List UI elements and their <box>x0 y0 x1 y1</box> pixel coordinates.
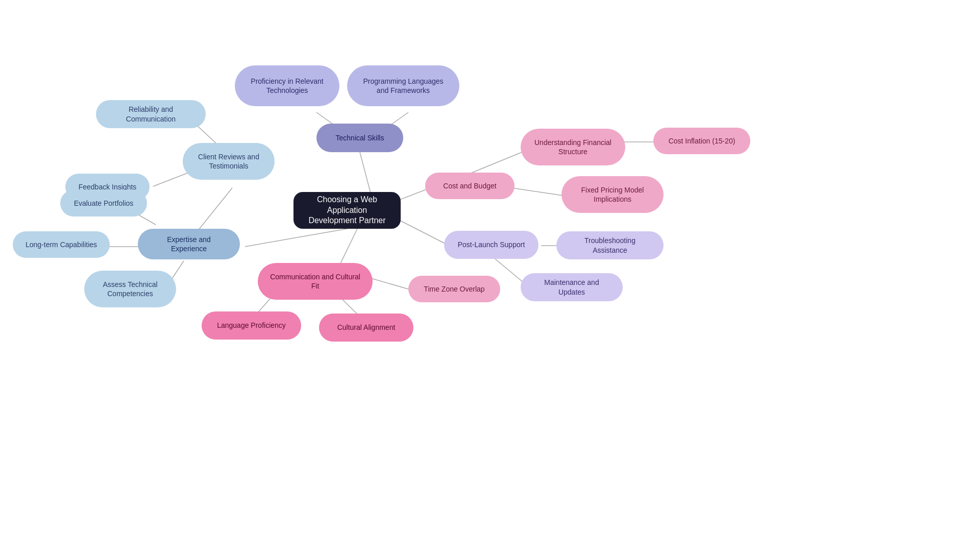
communication-cultural-node: Communication and Cultural Fit <box>258 263 373 300</box>
language-proficiency-node: Language Proficiency <box>202 311 301 340</box>
long-term-capabilities-node: Long-term Capabilities <box>13 231 110 258</box>
svg-line-4 <box>197 188 232 232</box>
client-reviews-node: Client Reviews and Testimonials <box>183 143 275 180</box>
post-launch-support-node: Post-Launch Support <box>444 231 538 259</box>
svg-line-3 <box>245 229 347 247</box>
proficiency-tech-node: Proficiency in Relevant Technologies <box>235 65 339 106</box>
reliability-communication-node: Reliability and Communication <box>96 100 206 128</box>
expertise-experience-node: Expertise and Experience <box>138 229 240 259</box>
svg-line-10 <box>339 229 357 266</box>
fixed-pricing-node: Fixed Pricing Model Implications <box>561 176 664 213</box>
programming-languages-node: Programming Languages and Frameworks <box>347 65 459 106</box>
maintenance-updates-node: Maintenance and Updates <box>521 273 623 301</box>
evaluate-portfolios-node: Evaluate Portfolios <box>60 190 147 217</box>
center-node: Choosing a Web Application Development P… <box>293 192 401 229</box>
svg-line-18 <box>398 220 449 246</box>
svg-line-16 <box>505 187 567 196</box>
time-zone-overlap-node: Time Zone Overlap <box>408 276 500 302</box>
svg-line-13 <box>368 277 413 291</box>
cultural-alignment-node: Cultural Alignment <box>319 314 413 342</box>
understanding-financial-node: Understanding Financial Structure <box>521 129 625 165</box>
troubleshooting-assistance-node: Troubleshooting Assistance <box>556 231 664 259</box>
svg-line-15 <box>470 151 526 174</box>
technical-skills-node: Technical Skills <box>316 124 403 152</box>
cost-budget-node: Cost and Budget <box>425 173 514 199</box>
assess-technical-node: Assess Technical Competencies <box>84 271 176 307</box>
cost-inflation-node: Cost Inflation (15-20) <box>653 128 750 154</box>
